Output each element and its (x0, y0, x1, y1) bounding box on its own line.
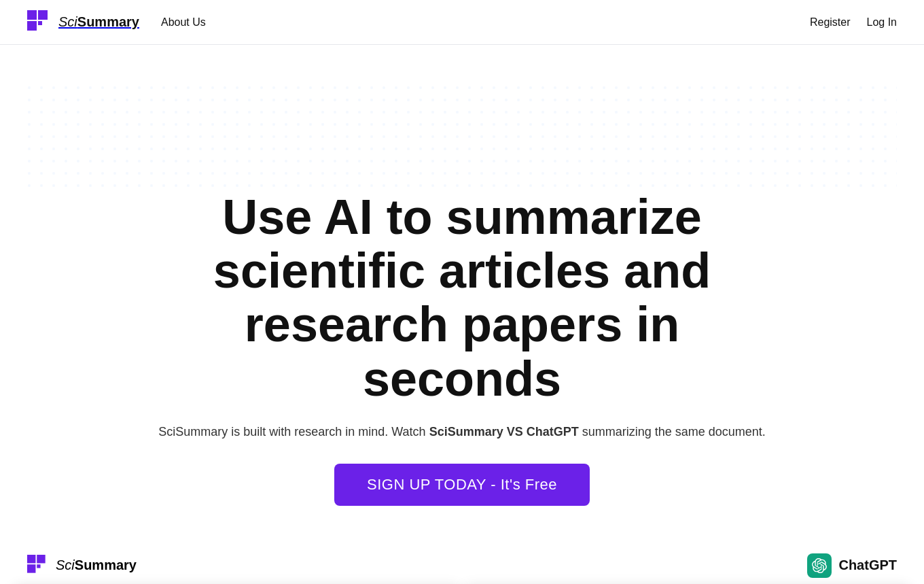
nav-right: Register Log In (810, 16, 897, 29)
chatgpt-brand-name: ChatGPT (838, 557, 897, 573)
signup-button[interactable]: SIGN UP TODAY - It's Free (334, 464, 590, 506)
svg-rect-2 (27, 21, 37, 31)
comparison-header: SciSummary ChatGPT (0, 540, 924, 584)
logo[interactable]: SciSummary (27, 10, 139, 35)
logo-icon (27, 10, 52, 35)
svg-rect-7 (27, 555, 35, 563)
login-button[interactable]: Log In (867, 16, 897, 29)
svg-rect-5 (27, 86, 897, 188)
scisummary-logo-icon (27, 555, 49, 577)
register-button[interactable]: Register (810, 16, 851, 29)
svg-rect-8 (37, 555, 45, 563)
dot-pattern-bg (27, 86, 897, 188)
nav-left: SciSummary About Us (27, 10, 206, 35)
svg-rect-3 (38, 21, 42, 25)
svg-rect-1 (38, 10, 48, 20)
svg-rect-6 (27, 86, 897, 188)
scisummary-brand-name: SciSummary (56, 557, 137, 573)
signup-dash: - (486, 476, 501, 493)
navbar: SciSummary About Us Register Log In (0, 0, 924, 45)
scisummary-brand: SciSummary (27, 555, 137, 577)
chatgpt-logo-icon (807, 553, 832, 578)
hero-subtext: SciSummary is built with research in min… (27, 425, 897, 439)
hero-headline: Use AI to summarize scientific articles … (156, 190, 768, 406)
logo-text: SciSummary (58, 14, 139, 30)
svg-rect-0 (27, 10, 37, 20)
signup-label: SIGN UP TODAY (367, 476, 486, 493)
svg-rect-9 (27, 564, 35, 572)
nav-about-link[interactable]: About Us (161, 16, 206, 29)
chatgpt-brand: ChatGPT (807, 553, 897, 578)
signup-free: It's Free (501, 476, 557, 493)
hero-section: Use AI to summarize scientific articles … (0, 45, 924, 540)
svg-rect-10 (37, 564, 40, 568)
